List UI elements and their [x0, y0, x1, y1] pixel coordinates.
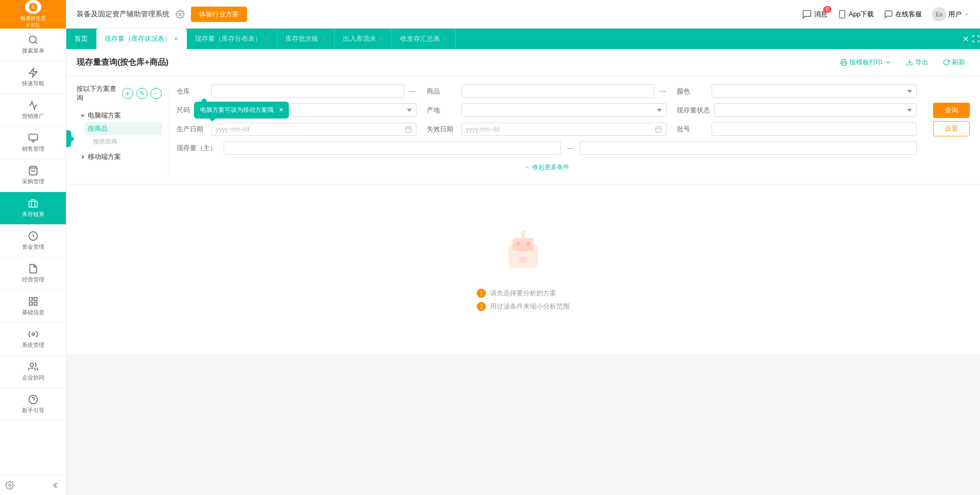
- tab-in-out-flow[interactable]: 出入库流水 ×: [335, 29, 392, 49]
- logo-icon: 6: [25, 0, 41, 14]
- app-download-btn[interactable]: App下载: [838, 10, 874, 19]
- content-area: 现存量查询(按仓库+商品) 按模板打印 导出 刷新: [66, 49, 980, 495]
- sidebar-item-sales[interactable]: 销售管理: [0, 127, 66, 159]
- industry-btn[interactable]: 体验行业方案: [191, 7, 247, 22]
- expire-date-start[interactable]: yyyy-mm-dd: [461, 123, 667, 136]
- system-settings-icon[interactable]: [176, 10, 185, 19]
- color-select[interactable]: [712, 84, 917, 98]
- online-service-btn[interactable]: 在线客服: [884, 10, 922, 19]
- empty-state: 1 请先选择要分析的方案 2 用过滤条件来缩小分析范围: [66, 184, 980, 354]
- sidebar-item-basic[interactable]: 基础信息: [0, 290, 66, 323]
- sidebar-item-enterprise[interactable]: 企业协同: [0, 356, 66, 388]
- tab-inventory-status-close[interactable]: ×: [174, 35, 178, 42]
- dot-indicator: [202, 99, 207, 104]
- user-avatar: Ea: [932, 7, 946, 21]
- reset-btn[interactable]: 设置: [933, 121, 970, 136]
- message-btn[interactable]: 6 消息: [802, 9, 827, 19]
- svg-point-26: [660, 91, 660, 91]
- scheme-item-goods[interactable]: 按商品: [85, 122, 162, 135]
- sidebar-item-operations[interactable]: 经营管理: [0, 257, 66, 290]
- tooltip1-close[interactable]: ×: [279, 106, 283, 113]
- sidebar-item-marketing[interactable]: 营销推广: [0, 94, 66, 127]
- collapse-icon: [524, 164, 530, 171]
- tab-home-label: 首页: [75, 34, 88, 43]
- sidebar-item-purchase-label: 采购管理: [22, 178, 44, 185]
- back-scheme-btn[interactable]: ←: [151, 88, 162, 99]
- batch-input[interactable]: [712, 122, 917, 136]
- tooltip-scheme-info: 电脑方案可设为移动方案哦 ×: [194, 102, 289, 119]
- tab-inventory-dist[interactable]: 现存量（库存分布表） ×: [187, 29, 277, 49]
- top-header: 装备及固定资产辅助管理系统 体验行业方案 6 消息 App下载 在线客服 Ea …: [66, 0, 980, 29]
- tab-recv-summary[interactable]: 收发存汇总表 ×: [392, 29, 456, 49]
- scheme-item-goods-label: 按商品: [88, 124, 108, 133]
- header-right: 6 消息 App下载 在线客服 Ea 用户: [802, 7, 970, 21]
- collapse-btn[interactable]: 收起更多条件: [177, 159, 917, 176]
- tab-recv-summary-close[interactable]: ×: [443, 35, 447, 42]
- export-btn[interactable]: 导出: [901, 55, 933, 69]
- sidebar-item-marketing-label: 营销推广: [22, 112, 44, 120]
- origin-select[interactable]: [461, 103, 667, 117]
- step1-num: 1: [477, 289, 486, 298]
- stock-qty-label: 现存量（主）: [177, 144, 217, 153]
- step1-text: 请先选择要分析的方案: [490, 289, 556, 298]
- svg-rect-3: [29, 134, 37, 140]
- collapse-sidebar-icon[interactable]: [52, 481, 61, 490]
- close-all-tabs-icon[interactable]: [962, 35, 970, 43]
- produce-date-start[interactable]: yyyy-mm-dd: [211, 123, 416, 136]
- svg-rect-7: [29, 298, 32, 301]
- sidebar-item-search[interactable]: 搜索菜单: [0, 29, 66, 61]
- scheme-pc-group[interactable]: 电脑端方案: [77, 109, 162, 122]
- tab-inventory-dist-close[interactable]: ×: [264, 35, 268, 42]
- filter-goods: 商品: [427, 84, 667, 98]
- sidebar-item-guide[interactable]: 新手引导: [0, 388, 66, 421]
- sidebar-item-sales-label: 销售管理: [22, 145, 44, 153]
- svg-point-27: [662, 91, 663, 91]
- maximize-icon[interactable]: [972, 35, 980, 43]
- scheme-mobile-group[interactable]: 移动端方案: [77, 150, 162, 163]
- user-label: 用户: [948, 10, 962, 19]
- scheme-mobile-label: 移动端方案: [88, 152, 121, 161]
- svg-rect-21: [842, 63, 846, 65]
- svg-point-43: [521, 230, 525, 234]
- sidebar-item-purchase[interactable]: 采购管理: [0, 159, 66, 192]
- sidebar-item-quick-nav[interactable]: 快速导航: [0, 61, 66, 94]
- stock-qty-min[interactable]: [224, 141, 561, 155]
- tab-home[interactable]: 首页: [66, 29, 96, 49]
- search-action-area: 查询 设置: [925, 84, 970, 176]
- warehouse-input[interactable]: [211, 84, 404, 98]
- sidebar-item-finance[interactable]: 资金管理: [0, 225, 66, 257]
- logo-name: 畅通好生意: [20, 15, 46, 22]
- sidebar-item-inventory[interactable]: 库存核算: [0, 192, 66, 225]
- tab-in-out-flow-close[interactable]: ×: [379, 35, 383, 42]
- tab-batch-account[interactable]: 库存批次账 ×: [277, 29, 334, 49]
- settings-icon[interactable]: [5, 481, 14, 490]
- filter-warehouse: 仓库: [177, 84, 416, 98]
- tab-bar-actions: [962, 35, 980, 43]
- print-btn[interactable]: 按模板打印: [836, 55, 896, 69]
- scheme-item-supplier[interactable]: 按供应商: [85, 135, 162, 148]
- filter-stock-status: 现存量状态: [677, 103, 917, 117]
- collapse-label: 收起更多条件: [532, 163, 569, 172]
- edit-scheme-btn[interactable]: ✎: [136, 88, 148, 99]
- tab-batch-account-close[interactable]: ×: [322, 35, 326, 42]
- add-scheme-btn[interactable]: +: [122, 88, 133, 99]
- search-btn[interactable]: 查询: [933, 103, 970, 118]
- online-service-label: 在线客服: [895, 10, 922, 19]
- warehouse-more-icon[interactable]: [408, 87, 416, 96]
- goods-input[interactable]: [461, 84, 654, 98]
- refresh-label: 刷新: [952, 58, 965, 67]
- refresh-btn[interactable]: 刷新: [938, 55, 970, 69]
- sidebar-item-system[interactable]: 系统管理: [0, 323, 66, 356]
- print-chevron-icon: [885, 59, 892, 66]
- scheme-pc-children: 按商品 按供应商: [77, 122, 162, 148]
- user-menu[interactable]: Ea 用户: [932, 7, 970, 21]
- stock-status-select[interactable]: [714, 103, 917, 117]
- tab-inventory-status[interactable]: 现存量（库存状况表） ×: [96, 29, 187, 49]
- sidebar-item-system-label: 系统管理: [22, 341, 44, 349]
- produce-date-label: 生产日期: [177, 125, 207, 134]
- message-badge: 6: [823, 6, 831, 13]
- stock-qty-max[interactable]: [580, 141, 917, 155]
- step2-num: 2: [477, 302, 486, 311]
- goods-more-icon[interactable]: [658, 87, 667, 96]
- svg-point-23: [410, 91, 410, 91]
